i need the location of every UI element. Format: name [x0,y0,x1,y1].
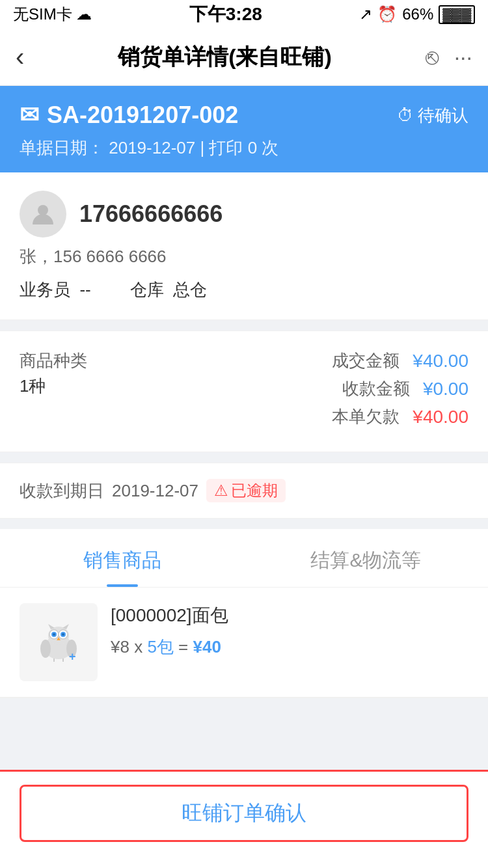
svg-point-12 [40,640,51,658]
sales-label: 业务员 -- [20,278,91,301]
page-title: 销货单详情(来自旺铺) [118,42,332,72]
meta-date-value: 2019-12-07 [109,138,195,157]
amount-value: ¥40.00 [413,351,468,372]
overdue-text: 已逾期 [231,480,278,501]
total-value: ¥40 [193,637,221,657]
amount-label: 成交金额 [332,349,400,372]
status-right: ↗ ⏰ 66% ▓▓▓ [359,5,475,24]
overdue-badge: ⚠ 已逾期 [206,479,286,502]
overdue-icon: ⚠ [214,481,228,500]
due-date-label: 收款到期日 [20,480,104,502]
order-meta: 单据日期： 2019-12-07 | 打印 0 次 [20,137,468,159]
order-id-text: SA-20191207-002 [47,102,238,129]
order-header: ✉ SA-20191207-002 ⏱ 待确认 单据日期： 2019-12-07… [0,86,488,172]
product-section: + [0000002]面包 ¥8 x 5包 = ¥40 [0,588,488,697]
debt-value: ¥40.00 [413,407,468,427]
order-status: ⏱ 待确认 [397,104,468,127]
multiply-sign: x [134,637,147,657]
product-price: ¥8 x 5包 = ¥40 [111,636,468,658]
battery-status: 66% [402,5,433,23]
product-item: + [0000002]面包 ¥8 x 5包 = ¥40 [20,603,468,681]
confirm-order-button[interactable]: 旺铺订单确认 [20,785,468,842]
svg-point-7 [53,633,55,636]
product-type-label: 商品种类 [20,349,87,372]
svg-point-8 [62,633,64,636]
product-name: [0000002]面包 [111,603,468,628]
share-icon[interactable]: ⎋ [426,44,439,70]
product-image: + [20,603,98,681]
svg-text:+: + [69,650,76,662]
meta-print-text: 打印 0 次 [209,138,278,157]
svg-point-0 [38,205,48,215]
order-envelope-icon: ✉ [20,102,39,129]
order-status-text: 待确认 [418,104,468,127]
confirm-button-label: 旺铺订单确认 [182,799,306,828]
summary-amounts: 成交金额 ¥40.00 收款金额 ¥0.00 本单欠款 ¥40.00 [332,349,468,433]
battery-icon: ▓▓▓ [439,5,475,24]
debt-label: 本单欠款 [332,405,400,428]
sim-status: 无SIM卡 ☁ [13,4,92,25]
avatar [20,191,66,237]
received-label: 收款金额 [342,377,410,400]
quantity-value: 5包 [147,637,173,657]
nav-actions: ⎋ ··· [426,44,472,70]
status-clock-icon: ⏱ [397,105,414,126]
due-date-section: 收款到期日 2019-12-07 ⚠ 已逾期 [0,463,488,519]
more-icon[interactable]: ··· [454,44,472,70]
customer-name: 张，156 6666 6666 [20,245,468,268]
product-info: [0000002]面包 ¥8 x 5包 = ¥40 [111,603,468,658]
product-type-value: 1种 [20,375,87,398]
meta-separator: | [200,138,209,157]
nav-bar: ‹ 销货单详情(来自旺铺) ⎋ ··· [0,29,488,86]
received-value: ¥0.00 [423,379,468,400]
back-button[interactable]: ‹ [16,42,24,72]
tab-sales-goods[interactable]: 销售商品 [0,529,244,587]
summary-section: 商品种类 1种 成交金额 ¥40.00 收款金额 ¥0.00 本单欠款 ¥40.… [0,331,488,452]
tabs-section: 销售商品 结算&物流等 [0,529,488,698]
status-bar: 无SIM卡 ☁ 下午3:28 ↗ ⏰ 66% ▓▓▓ [0,0,488,29]
meta-date-label: 单据日期： [20,138,104,157]
status-time: 下午3:28 [189,2,262,27]
customer-meta: 业务员 -- 仓库 总仓 [20,278,468,301]
customer-card: 17666666666 张，156 6666 6666 业务员 -- 仓库 总仓 [0,172,488,320]
bottom-bar: 旺铺订单确认 [0,770,488,868]
warehouse-value: 总仓 [173,280,207,299]
location-icon: ↗ [359,5,372,23]
equals-sign: = [178,637,193,657]
tabs-row: 销售商品 结算&物流等 [0,529,488,588]
warehouse-label: 仓库 总仓 [130,278,207,301]
tab-settlement[interactable]: 结算&物流等 [244,529,488,587]
customer-phone: 17666666666 [79,200,223,228]
status-left: 无SIM卡 ☁ [13,4,92,25]
sales-value: -- [79,280,90,299]
due-date-value: 2019-12-07 [112,481,198,501]
alarm-icon: ⏰ [377,5,397,23]
price-value: ¥8 [111,637,129,657]
order-id: ✉ SA-20191207-002 [20,102,238,129]
